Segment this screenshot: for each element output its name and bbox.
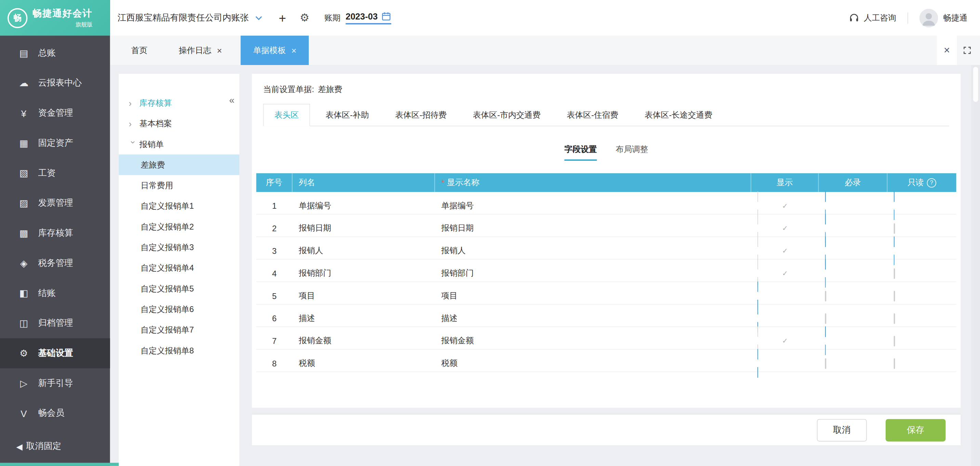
required-checkbox[interactable] [825, 290, 826, 301]
tree-leaf[interactable]: 日常费用 [119, 175, 239, 196]
tree-leaf[interactable]: 自定义报销单7 [119, 319, 239, 340]
tree-leaf-label: 自定义报销单3 [140, 241, 194, 253]
sidebar-item[interactable]: ▧ 工资 [0, 158, 110, 188]
tab-close-icon[interactable]: × [217, 46, 222, 55]
invoice-icon: ▨ [18, 198, 30, 209]
sidebar-item[interactable]: ☁ 云报表中心 [0, 68, 110, 98]
chevron-down-icon[interactable] [255, 15, 262, 21]
readonly-checkbox[interactable] [894, 358, 895, 369]
tree-leaf[interactable]: 自定义报销单4 [119, 258, 239, 278]
tree-chevron-icon[interactable] [129, 99, 137, 107]
sidebar-item[interactable]: ¥ 资金管理 [0, 98, 110, 128]
topbar-divider [907, 12, 908, 24]
settings-icon: ⚙ [18, 348, 30, 359]
readonly-checkbox[interactable] [894, 268, 895, 279]
sidebar-item[interactable]: ▨ 发票管理 [0, 188, 110, 218]
section-tab[interactable]: 表体区-市内交通费 [462, 104, 551, 126]
scrollbar[interactable] [971, 65, 980, 466]
cell-column-name: 报销部门 [292, 268, 435, 279]
page-tab[interactable]: 单据模板 × [241, 35, 309, 65]
section-tabs: 表头区 表体区-补助 表体区-招待费 表体区-市内交通费 [263, 104, 950, 126]
sidebar-item-label: 固定资产 [38, 137, 73, 149]
add-account-button[interactable]: + [279, 12, 286, 24]
page-tab[interactable]: 首页 [119, 35, 160, 65]
required-checkbox[interactable] [825, 259, 881, 288]
tree-leaf[interactable]: 自定义报销单8 [119, 340, 239, 361]
tree-leaf[interactable]: 自定义报销单5 [119, 278, 239, 299]
readonly-checkbox[interactable] [894, 223, 895, 234]
cell-display-name: 报销人 [435, 245, 751, 256]
scrollbar-thumb[interactable] [973, 67, 978, 102]
show-checkbox[interactable] [757, 349, 813, 378]
sidebar-item[interactable]: ▦ 固定资产 [0, 128, 110, 158]
readonly-checkbox[interactable] [894, 290, 895, 301]
required-checkbox[interactable] [825, 313, 826, 324]
tree-leaf[interactable]: 自定义报销单1 [119, 196, 239, 216]
sidebar-item[interactable]: ◧ 结账 [0, 278, 110, 308]
cell-display-name: 报销部门 [435, 268, 751, 279]
unpin-sidebar-button[interactable]: ◀ 取消固定 [0, 436, 110, 457]
section-tab[interactable]: 表体区-招待费 [385, 104, 458, 126]
tree-node[interactable]: 库存核算 [119, 93, 239, 113]
tab-close-icon[interactable]: × [291, 46, 296, 55]
cell-column-name: 描述 [292, 313, 435, 324]
fullscreen-icon[interactable] [957, 46, 977, 55]
tree-chevron-icon[interactable] [129, 140, 138, 148]
sidebar-item-label: 基础设置 [38, 348, 73, 359]
tree-leaf[interactable]: 自定义报销单3 [119, 237, 239, 258]
app-window: 畅 畅捷通好会计 旗舰版 ▤ 总账 ☁ 云报表中心 ¥ 资 [0, 0, 980, 466]
sub-tab[interactable]: 布局调整 [616, 144, 648, 160]
sidebar-item[interactable]: ⚙ 基础设置 [0, 338, 110, 369]
section-tab[interactable]: 表体区-长途交通费 [634, 104, 723, 126]
sub-tabs: 字段设置 布局调整 [252, 144, 961, 160]
section-tab[interactable]: 表体区-住宿费 [556, 104, 629, 126]
payroll-icon: ▧ [18, 168, 30, 179]
section-tab-label: 表体区-长途交通费 [644, 110, 712, 120]
sidebar-item[interactable]: ◈ 税务管理 [0, 248, 110, 279]
required-checkbox[interactable] [825, 358, 826, 369]
page-tab-label: 首页 [131, 45, 148, 56]
sidebar-item[interactable]: ▤ 总账 [0, 38, 110, 68]
sidebar-item-label: 新手引导 [38, 378, 73, 389]
header-required: 必录 [819, 173, 887, 192]
sidebar-item[interactable]: V 畅会员 [0, 398, 110, 428]
required-checkbox[interactable] [825, 326, 881, 355]
page-tab[interactable]: 操作日志 × [166, 35, 235, 65]
sidebar-item[interactable]: ▷ 新手引导 [0, 369, 110, 399]
cell-readonly [887, 291, 956, 300]
user-name[interactable]: 畅捷通 [943, 12, 967, 24]
sidebar-item-label: 资金管理 [38, 107, 73, 119]
tree-chevron-icon[interactable] [129, 119, 137, 128]
inventory-icon: ▩ [18, 228, 30, 239]
close-button[interactable]: × [937, 35, 957, 65]
tab-controls: × [937, 35, 978, 65]
readonly-checkbox[interactable] [894, 336, 895, 346]
tree-node[interactable]: 报销单 [119, 134, 239, 154]
company-selector[interactable]: 江西服宝精品有限责任公司内账张 [118, 12, 249, 24]
sidebar-item[interactable]: ◫ 归档管理 [0, 308, 110, 338]
bottom-accent-strip [0, 463, 119, 466]
tree-leaf-label: 自定义报销单5 [140, 283, 194, 294]
tree-leaf[interactable]: 自定义报销单2 [119, 216, 239, 237]
collapse-panel-icon[interactable] [229, 95, 234, 104]
tree-leaf[interactable]: 自定义报销单6 [119, 299, 239, 319]
sidebar-item[interactable]: ▩ 库存核算 [0, 218, 110, 248]
readonly-checkbox[interactable] [894, 236, 950, 265]
avatar[interactable] [920, 8, 938, 27]
readonly-checkbox[interactable] [894, 191, 950, 220]
save-button[interactable]: 保存 [886, 419, 945, 441]
cell-display-name: 项目 [435, 290, 751, 302]
gear-icon[interactable]: ⚙ [300, 13, 309, 23]
consult-button[interactable]: 人工咨询 [849, 12, 896, 24]
tree-leaf[interactable]: 差旅费 [119, 154, 239, 175]
readonly-checkbox[interactable] [894, 313, 895, 324]
sub-tab[interactable]: 字段设置 [565, 144, 597, 160]
member-icon: V [18, 408, 30, 419]
section-tab[interactable]: 表头区 [263, 104, 310, 126]
table-row: 4 报销部门 报销部门 [256, 260, 956, 282]
section-tab[interactable]: 表体区-补助 [315, 104, 380, 126]
period-picker[interactable]: 2023-03 [346, 11, 391, 24]
tree-node[interactable]: 基本档案 [119, 113, 239, 134]
help-icon[interactable] [927, 178, 936, 187]
cancel-button[interactable]: 取消 [817, 419, 867, 441]
